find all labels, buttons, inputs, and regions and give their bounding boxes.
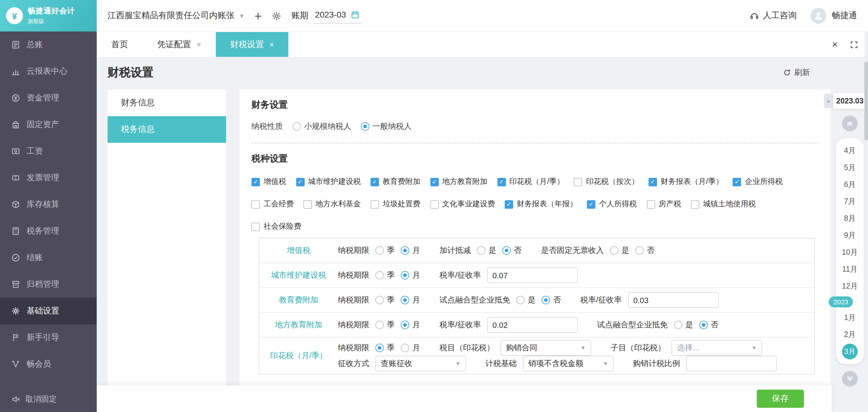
checkbox-property-tax[interactable]: 房产税 bbox=[647, 199, 681, 209]
period-picker[interactable]: 2023-03 bbox=[313, 8, 361, 24]
vertical-scrollbar[interactable] bbox=[864, 31, 868, 412]
stamp-subitem-select[interactable]: 选择... ▼ bbox=[672, 340, 762, 356]
checkbox-urban-land-use-tax[interactable]: 城镇土地使用税 bbox=[691, 199, 756, 209]
field-label: 征收方式 bbox=[338, 358, 369, 369]
tab-home[interactable]: 首页 bbox=[97, 32, 143, 57]
stamp-method-select[interactable]: 查账征收 ▼ bbox=[375, 356, 466, 372]
row-title-link[interactable]: 增值税 bbox=[259, 245, 338, 256]
radio-stamp-month[interactable]: 月 bbox=[401, 343, 420, 353]
radio-local-quarter[interactable]: 季 bbox=[375, 319, 395, 330]
tab-voucher-config[interactable]: 凭证配置 × bbox=[143, 32, 216, 57]
checkbox-union-funds[interactable]: 工会经费 bbox=[251, 199, 294, 209]
tab-close-icon[interactable]: × bbox=[196, 40, 201, 49]
month-item-jul[interactable]: 7月 bbox=[836, 193, 864, 210]
checkbox-stamp-tax-per-time[interactable]: 印花税（按次） bbox=[574, 177, 639, 187]
sidebar-item-tax-management[interactable]: 税务管理 bbox=[0, 218, 97, 244]
close-all-tabs-button[interactable]: × bbox=[832, 38, 838, 51]
radio-general-taxpayer[interactable]: 一般纳税人 bbox=[361, 121, 412, 132]
checkbox-garbage-disposal-fee[interactable]: 垃圾处置费 bbox=[371, 199, 421, 209]
radio-stamp-quarter[interactable]: 季 bbox=[375, 343, 395, 353]
radio-urban-quarter[interactable]: 季 bbox=[375, 270, 395, 281]
radio-edu-pilot-no[interactable]: 否 bbox=[541, 295, 561, 305]
save-button[interactable]: 保存 bbox=[757, 390, 804, 408]
month-item-apr[interactable]: 4月 bbox=[836, 142, 864, 159]
month-item-may[interactable]: 5月 bbox=[836, 159, 864, 176]
subnav-item-finance-info[interactable]: 财务信息 bbox=[107, 90, 226, 116]
radio-deduct-yes[interactable]: 是 bbox=[477, 245, 496, 256]
sidebar-item-payroll[interactable]: 工资 bbox=[0, 138, 97, 165]
radio-local-pilot-no[interactable]: 否 bbox=[699, 319, 718, 330]
month-item-dec[interactable]: 12月 bbox=[836, 278, 864, 295]
tab-close-icon[interactable]: × bbox=[269, 40, 274, 49]
month-item-feb[interactable]: 2月 bbox=[836, 326, 864, 343]
checkbox-financial-statements-annual[interactable]: 财务报表（年报） bbox=[505, 199, 577, 209]
company-selector[interactable]: 江西服宝精品有限责任公司内账张 ▼ bbox=[107, 10, 245, 21]
checkbox-cultural-construction-fee[interactable]: 文化事业建设费 bbox=[430, 199, 495, 209]
sidebar-item-fund-management[interactable]: 资金管理 bbox=[0, 85, 97, 111]
checkbox-urban-construction-tax[interactable]: 城市维护建设税 bbox=[296, 177, 361, 187]
scroll-months-down-button[interactable] bbox=[842, 371, 858, 387]
month-item-sep[interactable]: 9月 bbox=[836, 227, 864, 244]
row-title-link[interactable]: 印花税（月/季） bbox=[259, 350, 338, 361]
radio-edu-month[interactable]: 月 bbox=[401, 295, 420, 305]
sidebar-item-general-ledger[interactable]: 总账 bbox=[0, 31, 97, 58]
refresh-button[interactable]: 刷新 bbox=[783, 67, 810, 78]
checkbox-vat[interactable]: 增值税 bbox=[251, 177, 286, 187]
radio-urban-month[interactable]: 月 bbox=[401, 270, 420, 281]
radio-noinvoice-yes[interactable]: 是 bbox=[610, 245, 629, 256]
scroll-months-up-button[interactable] bbox=[842, 116, 858, 131]
stamp-basis-select[interactable]: 销项不含税金额 ▼ bbox=[523, 356, 614, 372]
checkbox-stamp-tax-monthly[interactable]: 印花税（月/季） bbox=[497, 177, 564, 187]
manual-consult-button[interactable]: 人工咨询 bbox=[749, 10, 797, 21]
scrollbar-thumb[interactable] bbox=[864, 62, 868, 140]
checkbox-local-education-surcharge[interactable]: 地方教育附加 bbox=[430, 177, 488, 187]
stamp-item-select[interactable]: 购销合同 ▼ bbox=[500, 340, 591, 356]
sidebar-item-basic-settings[interactable]: 基础设置 bbox=[0, 298, 97, 324]
month-item-jan[interactable]: 1月 bbox=[836, 309, 864, 326]
row-title-link[interactable]: 教育费附加 bbox=[259, 295, 338, 305]
radio-edu-pilot-yes[interactable]: 是 bbox=[516, 295, 535, 305]
tab-tax-settings[interactable]: 财税设置 × bbox=[216, 32, 288, 57]
month-item-mar-selected[interactable]: 3月 bbox=[836, 343, 864, 360]
subnav-item-tax-info[interactable]: 税务信息 bbox=[107, 116, 226, 143]
radio-vat-quarter[interactable]: 季 bbox=[375, 245, 395, 256]
sidebar-item-invoice-management[interactable]: 发票管理 bbox=[0, 165, 97, 191]
sidebar-item-closing[interactable]: 结账 bbox=[0, 244, 97, 271]
sidebar-item-beginner-guide[interactable]: 新手引导 bbox=[0, 324, 97, 351]
checkbox-social-insurance-fee[interactable]: 社会保险费 bbox=[251, 222, 301, 232]
avatar[interactable] bbox=[811, 8, 826, 24]
row-title-link[interactable]: 地方教育附加 bbox=[259, 319, 338, 330]
username[interactable]: 畅捷通 bbox=[832, 10, 857, 21]
sidebar-item-fixed-assets[interactable]: 固定资产 bbox=[0, 111, 97, 138]
urban-rate-input[interactable] bbox=[487, 267, 578, 283]
radio-deduct-no[interactable]: 否 bbox=[502, 245, 522, 256]
checkbox-education-surcharge[interactable]: 教育费附加 bbox=[371, 177, 421, 187]
sidebar-item-cloud-reports[interactable]: 云报表中心 bbox=[0, 58, 97, 85]
radio-local-pilot-yes[interactable]: 是 bbox=[674, 319, 693, 330]
month-item-aug[interactable]: 8月 bbox=[836, 210, 864, 227]
sidebar-item-archive[interactable]: 归档管理 bbox=[0, 271, 97, 298]
fullscreen-icon[interactable] bbox=[850, 40, 858, 49]
month-item-jun[interactable]: 6月 bbox=[836, 176, 864, 193]
checkbox-financial-statements-monthly[interactable]: 财务报表（月/季） bbox=[649, 177, 723, 187]
local-rate-input[interactable] bbox=[487, 317, 578, 333]
add-account-set-button[interactable]: + bbox=[254, 9, 262, 22]
radio-small-scale-taxpayer[interactable]: 小规模纳税人 bbox=[292, 121, 351, 132]
radio-noinvoice-no[interactable]: 否 bbox=[635, 245, 655, 256]
radio-edu-quarter[interactable]: 季 bbox=[375, 295, 395, 305]
checkbox-corporate-income-tax[interactable]: 企业所得税 bbox=[733, 177, 783, 187]
edu-rate-input[interactable] bbox=[628, 292, 718, 308]
checkbox-water-conservancy-fund[interactable]: 地方水利基金 bbox=[304, 199, 361, 209]
checkbox-personal-income-tax[interactable]: 个人所得税 bbox=[587, 199, 637, 209]
unpin-sidebar-button[interactable]: 取消固定 bbox=[0, 387, 97, 412]
sidebar-item-member[interactable]: 畅会员 bbox=[0, 351, 97, 378]
radio-local-month[interactable]: 月 bbox=[401, 319, 420, 330]
month-item-nov[interactable]: 11月 bbox=[836, 261, 864, 278]
row-title-link[interactable]: 城市维护建设税 bbox=[259, 270, 338, 281]
settings-gear-button[interactable] bbox=[271, 10, 282, 21]
radio-vat-month[interactable]: 月 bbox=[401, 245, 420, 256]
month-item-oct[interactable]: 10月 bbox=[836, 244, 864, 261]
sidebar-item-inventory[interactable]: 库存核算 bbox=[0, 191, 97, 218]
stamp-ratio-input[interactable] bbox=[686, 356, 777, 372]
collapse-panel-icon[interactable]: » bbox=[824, 94, 833, 108]
